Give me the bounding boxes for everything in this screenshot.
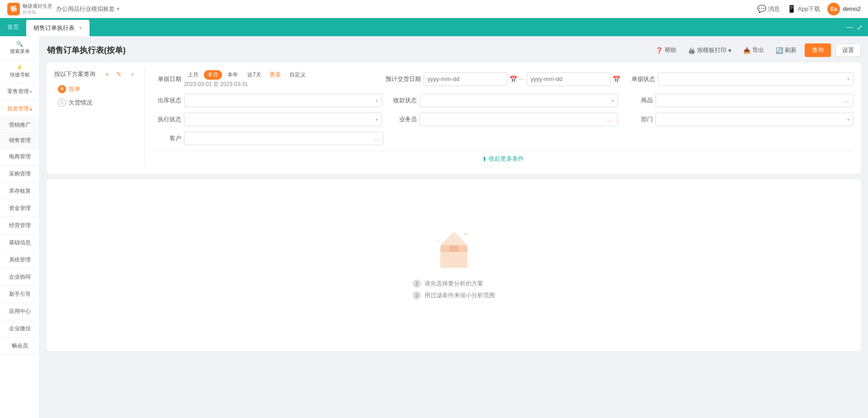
app-download-icon: 📱 [787,5,796,13]
last7-btn[interactable]: 近7天 [244,70,265,80]
svg-text:✦: ✦ [463,230,468,238]
outbound-label: 出库状态 [152,96,181,104]
expected-date-range: 📅 — 📅 [424,72,620,86]
tab-maximize-icon[interactable]: ⤢ [857,23,863,32]
filter-scheme: 按以下方案查询 + ✎ « 单 按单 欠 [54,70,145,166]
goods-dots-icon[interactable]: ... [843,97,849,104]
filter-fields: 单据日期 上月 本月 本年 近7天 更多 自定义 [145,70,854,166]
goods-input[interactable]: ... [656,94,854,107]
customer-label: 客户 [152,134,181,142]
filter-scheme-title: 按以下方案查询 + ✎ « [54,70,137,79]
filter-scheme-icons: + ✎ « [103,70,137,79]
sidebar-item-wholesale[interactable]: 批发管理 ▴ [0,100,39,118]
scheme-item-by-debt[interactable]: 欠 欠货情况 [54,96,137,109]
app-download-button[interactable]: 📱 App下载 [787,5,820,13]
sidebar-item-basic[interactable]: 基础信息 [0,234,39,252]
filter-row-1: 单据日期 上月 本月 本年 近7天 更多 自定义 [152,70,854,88]
sidebar-item-quick-nav[interactable]: 零售管理 ⚡ 快捷导航 [0,60,39,83]
expected-date-start[interactable] [424,72,508,86]
scheme-item-by-order[interactable]: 单 按单 [54,82,137,96]
sidebar-item-system[interactable]: 系统管理 [0,252,39,269]
topbar-left: 畅 畅捷通好生意 标准版 办公用品行业模拟账套 ▾ [7,3,120,15]
step-num-1: 1 [413,280,421,288]
salesperson-input[interactable]: ... [420,113,618,126]
export-button[interactable]: 📥 导出 [740,44,768,56]
filter-panel: 按以下方案查询 + ✎ « 单 按单 欠 [47,62,861,174]
salesperson-field: 业务员 ... [387,113,618,126]
exec-select-arrow-icon: ▾ [376,117,378,122]
filter-row-4: 客户 ... [152,132,854,145]
dept-label: 部门 [623,115,653,124]
message-button[interactable]: 💬 消息 [757,5,780,13]
settings-button[interactable]: 设置 [835,43,861,57]
this-year-btn[interactable]: 本年 [224,70,242,80]
status-select[interactable]: ▾ [658,72,854,86]
sidebar-item-wechat[interactable]: 企业微信 [0,320,39,337]
topbar: 畅 畅捷通好生意 标准版 办公用品行业模拟账套 ▾ 💬 消息 📱 App下载 E… [0,0,868,18]
calendar-end-icon[interactable]: 📅 [613,76,620,83]
sidebar-item-newbie[interactable]: 新手引导 [0,286,39,303]
sidebar-item-marketing[interactable]: 营销推广 [0,118,39,133]
nav-tabs-right: — ⤢ [846,23,868,32]
main-layout: 🔍 搜索菜单 零售管理 ⚡ 快捷导航 零售管理 ▾ 批发管理 ▴ 营销推广 销售… [0,36,868,418]
outbound-select[interactable]: ▾ [184,94,382,107]
dept-select-arrow-icon: ▾ [847,117,849,122]
more-btn[interactable]: 更多 [267,70,284,80]
customer-field: 客户 ... [152,132,383,145]
empty-step-1: 1 请先选择要分析的方案 [413,280,495,288]
empty-steps: 1 请先选择要分析的方案 2 用过滤条件来缩小分析范围 [413,280,495,303]
collapse-scheme-icon[interactable]: « [128,70,137,79]
refresh-button[interactable]: 🔄 刷新 [772,44,800,56]
customer-dots-icon[interactable]: ... [373,135,379,142]
salesperson-dots-icon[interactable]: ... [607,116,614,123]
sidebar-item-sales[interactable]: 销售管理 [0,133,39,148]
filter-panel-inner: 按以下方案查询 + ✎ « 单 按单 欠 [54,70,854,166]
page-title: 销售订单执行表(按单) [47,45,126,56]
sidebar-item-search[interactable]: 🔍 搜索菜单 [0,36,39,60]
sidebar-item-purchase[interactable]: 采购管理 [0,166,39,183]
collapse-conditions-button[interactable]: ⬆ 收起更多条件 [482,155,524,163]
sidebar: 🔍 搜索菜单 零售管理 ⚡ 快捷导航 零售管理 ▾ 批发管理 ▴ 营销推广 销售… [0,36,40,418]
sidebar-item-member[interactable]: 畅会员 [0,337,39,355]
sidebar-item-enterprise[interactable]: 企业协同 [0,269,39,286]
page-content: 销售订单执行表(按单) ❓ 帮助 🖨️ 按模板打印 ▾ 📥 导出 [40,36,868,358]
tab-sales-order[interactable]: 销售订单执行表 × [26,20,90,36]
sidebar-item-apps[interactable]: 应用中心 [0,303,39,320]
tab-close-icon[interactable]: × [79,25,82,31]
tab-minimize-icon[interactable]: — [846,23,853,31]
goods-label: 商品 [623,96,653,104]
nav-tabs: 首页 销售订单执行表 × — ⤢ [0,18,868,36]
exec-select[interactable]: ▾ [184,113,382,126]
message-icon: 💬 [757,5,766,13]
breadcrumb[interactable]: 办公用品行业模拟账套 ▾ [56,5,120,13]
exec-field: 执行状态 ▾ [152,113,382,126]
sidebar-item-inventory[interactable]: 库存核算 [0,183,39,200]
this-month-btn[interactable]: 本月 [204,70,222,80]
topbar-right: 💬 消息 📱 App下载 Ea demo2 [757,3,861,15]
scheme-item-icon-order: 单 [58,85,66,93]
query-button[interactable]: 查询 [805,43,831,57]
refresh-icon: 🔄 [776,47,783,54]
customer-input[interactable]: ... [184,132,383,145]
custom-btn[interactable]: 自定义 [286,70,309,80]
tab-home[interactable]: 首页 [0,18,26,36]
filter-row-2: 出库状态 ▾ 收款状态 ▾ [152,94,854,107]
add-scheme-icon[interactable]: + [103,70,112,79]
date-range-text: 2023-03-01 至 2023-03-31 [184,81,380,88]
export-icon: 📥 [743,47,750,54]
user-avatar-area[interactable]: Ea demo2 [827,3,861,15]
sidebar-item-finance[interactable]: 资金管理 [0,200,39,217]
sidebar-item-retail[interactable]: 零售管理 ▾ [0,83,39,100]
receipt-select[interactable]: ▾ [420,94,618,107]
print-button[interactable]: 🖨️ 按模板打印 ▾ [684,44,735,56]
help-button[interactable]: ❓ 帮助 [652,44,680,56]
expected-date-end[interactable] [527,72,611,86]
sidebar-item-ecommerce[interactable]: 电商管理 [0,148,39,166]
sidebar-item-operations[interactable]: 经营管理 [0,217,39,234]
date-field: 单据日期 上月 本月 本年 近7天 更多 自定义 [152,70,380,88]
status-field: 单据状态 ▾ [626,72,854,86]
last-month-btn[interactable]: 上月 [184,70,202,80]
calendar-start-icon[interactable]: 📅 [509,76,517,83]
dept-select[interactable]: ▾ [656,113,854,126]
edit-scheme-icon[interactable]: ✎ [114,70,123,79]
